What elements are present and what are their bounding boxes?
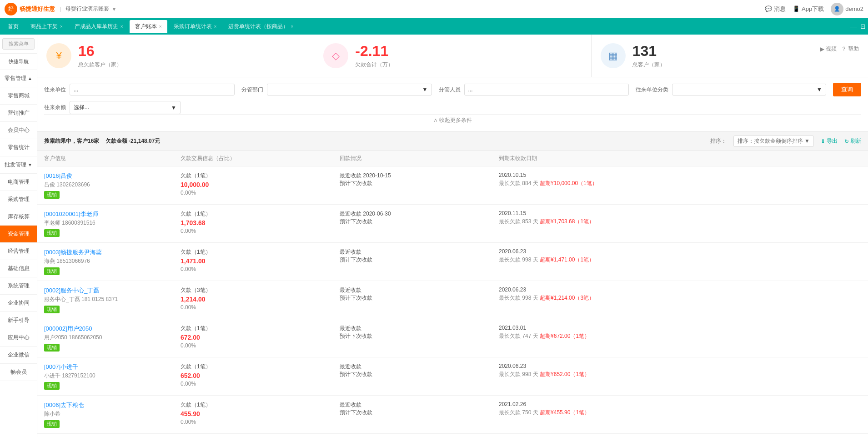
tab-home[interactable]: 首页: [2, 20, 24, 33]
overdue-link-3[interactable]: 超期¥1,214.00（3笔）: [540, 295, 594, 301]
tab-products-close[interactable]: ×: [60, 24, 63, 29]
debt-info-5: 欠款（1笔） 652.00 0.00%: [181, 363, 340, 387]
sidebar-item-batch-mgmt[interactable]: 批发管理 ▼: [0, 156, 37, 174]
tab-customer-close[interactable]: ×: [159, 24, 162, 29]
results-amount: 欠款金额 -21,148.07元: [105, 138, 161, 144]
refresh-label: 刷新: [850, 137, 861, 145]
overdue-link-1[interactable]: 超期¥1,703.68（1笔）: [540, 218, 594, 225]
balance-select[interactable]: 选择... ▼: [70, 101, 181, 114]
sidebar-item-retail-mgmt[interactable]: 零售管理 ▲: [0, 70, 37, 87]
debt-count-1: 欠款（1笔）: [181, 210, 340, 218]
sidebar-item-system[interactable]: 系统管理: [0, 277, 37, 295]
balance-placeholder: 选择...: [74, 104, 89, 111]
tab-purchase-close[interactable]: ×: [214, 24, 217, 29]
tab-minimize-icon[interactable]: —: [850, 23, 857, 30]
sidebar-item-operations[interactable]: 经营管理: [0, 243, 37, 260]
col-header-overdue: 到期未收款日期: [499, 155, 861, 162]
sidebar-item-ecommerce[interactable]: 电商管理: [0, 174, 37, 191]
sidebar-item-quick-nav[interactable]: 快捷导航: [0, 54, 37, 70]
overdue-days-0: 最长欠款 884 天 超期¥10,000.00（1笔）: [499, 180, 861, 187]
card-body-amount: -2.11 欠款合计（万）: [355, 43, 393, 69]
sidebar-item-basic-info[interactable]: 基础信息: [0, 260, 37, 277]
overdue-link-5[interactable]: 超期¥652.00（1笔）: [540, 371, 590, 377]
filter-source-unit: 往来单位 ...: [44, 84, 235, 95]
export-btn[interactable]: ⬇ 导出: [821, 137, 838, 145]
video-btn[interactable]: ▶ 视频: [820, 45, 837, 53]
sort-select[interactable]: 排序：按欠款金额倒序排序 ▼: [733, 136, 814, 147]
customer-name-1[interactable]: [0001020001]李老师: [44, 210, 181, 218]
sidebar-item-marketing[interactable]: 营销推广: [0, 105, 37, 122]
tab-products[interactable]: 商品上下架 ×: [25, 20, 68, 33]
tab-home-label: 首页: [8, 23, 19, 30]
debt-percent-3: 0.00%: [181, 304, 340, 311]
dept-select[interactable]: ▼: [267, 84, 432, 95]
overdue-link-4[interactable]: 超期¥672.00（1笔）: [540, 333, 590, 339]
customer-name-5[interactable]: [0007]小进千: [44, 363, 181, 371]
return-latest-2: 最近收款: [340, 248, 499, 256]
refresh-btn[interactable]: ↻ 刷新: [844, 137, 861, 145]
return-latest-0: 最近收款 2020-10-15: [340, 172, 499, 180]
sidebar-item-retail-shop[interactable]: 零售商城: [0, 87, 37, 105]
refresh-icon: ↻: [844, 138, 849, 145]
help-label: 帮助: [848, 45, 859, 53]
search-button[interactable]: 查询: [833, 83, 861, 96]
sidebar-item-inventory[interactable]: 库存核算: [0, 208, 37, 226]
customer-name-4[interactable]: [000002]用户2050: [44, 325, 181, 333]
debt-count-5: 欠款（1笔）: [181, 363, 340, 371]
message-btn[interactable]: 💬 消息: [765, 5, 786, 13]
app-download-btn[interactable]: 📱 App下载: [793, 5, 824, 13]
overdue-link-2[interactable]: 超期¥1,471.00（1笔）: [540, 256, 594, 263]
debt-count-3: 欠款（3笔）: [181, 286, 340, 294]
customer-info-5: [0007]小进千 小进千 18279152100 现销: [44, 363, 181, 390]
person-input[interactable]: ...: [464, 84, 629, 95]
sidebar-item-member[interactable]: 会员中心: [0, 122, 37, 139]
tab-customer[interactable]: 客户账本 ×: [130, 20, 167, 33]
search-menu-btn[interactable]: 搜索菜单: [2, 38, 35, 50]
return-info-0: 最近收款 2020-10-15 预计下次收款: [340, 172, 499, 187]
user-menu[interactable]: 👤 demo2: [831, 3, 863, 15]
tab-production-close[interactable]: ×: [120, 24, 123, 29]
return-latest-1: 最近收款 2020-06-30: [340, 210, 499, 218]
overdue-date-2: 2020.06.23: [499, 248, 861, 255]
top-right-actions: 💬 消息 📱 App下载 👤 demo2: [765, 3, 863, 15]
sidebar-item-guide[interactable]: 新手引导: [0, 312, 37, 329]
sidebar-item-purchase-mgmt[interactable]: 采购管理: [0, 191, 37, 208]
sidebar-item-app-center[interactable]: 应用中心: [0, 329, 37, 347]
customer-tag-1: 现销: [44, 229, 60, 237]
tab-import-close[interactable]: ×: [291, 24, 293, 29]
content-area: ¥ 16 总欠款客户（家） ◇ -2.11 欠款合计（万） ▦ 131 总客户（…: [37, 35, 868, 437]
tab-expand-icon[interactable]: ⊡: [860, 23, 866, 30]
sidebar-item-enterprise-collab[interactable]: 企业协同: [0, 295, 37, 312]
results-info: 搜索结果中，客户16家 欠款金额 -21,148.07元: [44, 137, 160, 145]
tab-bar: 首页 商品上下架 × 产成品入库单历史 × 客户账本 × 采购订单统计表 × 进…: [0, 18, 868, 35]
unit-class-select[interactable]: ▼: [672, 84, 826, 95]
source-unit-input[interactable]: ...: [70, 84, 235, 95]
customer-name-2[interactable]: [0003]畅捷服务尹海蕊: [44, 248, 181, 256]
customer-info-6: [0006]去下粮仓 陈小希 现销: [44, 401, 181, 428]
app-icon: 📱: [793, 5, 800, 12]
overdue-info-1: 2020.11.15 最长欠款 853 天 超期¥1,703.68（1笔）: [499, 210, 861, 226]
overdue-date-4: 2021.03.01: [499, 325, 861, 331]
tab-import[interactable]: 进货单统计表（按商品） ×: [223, 20, 299, 33]
person-dots: ...: [468, 86, 473, 93]
sidebar-item-finance[interactable]: 资金管理: [0, 226, 37, 243]
export-label: 导出: [827, 137, 838, 145]
customer-name-0[interactable]: [0016]吕俊: [44, 172, 181, 180]
overdue-link-0[interactable]: 超期¥10,000.00（1笔）: [540, 180, 597, 186]
help-btn[interactable]: ？ 帮助: [841, 45, 859, 53]
sidebar-item-enterprise-wechat[interactable]: 企业微信: [0, 347, 37, 364]
sidebar-item-retail-stats[interactable]: 零售统计: [0, 139, 37, 156]
customer-name-3[interactable]: [0002]服务中心_丁磊: [44, 286, 181, 295]
collapse-filter-btn[interactable]: ∧ 收起更多条件: [44, 114, 861, 126]
tab-purchase[interactable]: 采购订单统计表 ×: [168, 20, 222, 33]
debt-info-0: 欠款（1笔） 10,000.00 0.00%: [181, 172, 340, 196]
sidebar-item-vip-member[interactable]: 畅会员: [0, 364, 37, 381]
customer-name-6[interactable]: [0006]去下粮仓: [44, 401, 181, 409]
overdue-info-0: 2020.10.15 最长欠款 884 天 超期¥10,000.00（1笔）: [499, 172, 861, 187]
unit-class-label: 往来单位分类: [636, 86, 668, 94]
filter-row-1: 往来单位 ... 分管部门 ▼ 分管人员 ...: [44, 83, 861, 96]
tab-production[interactable]: 产成品入库单历史 ×: [69, 20, 129, 33]
overdue-link-6[interactable]: 超期¥455.90（1笔）: [540, 409, 590, 416]
company-select[interactable]: 母婴行业演示账套: [65, 5, 109, 13]
filter-unit-class: 往来单位分类 ▼: [636, 84, 826, 95]
